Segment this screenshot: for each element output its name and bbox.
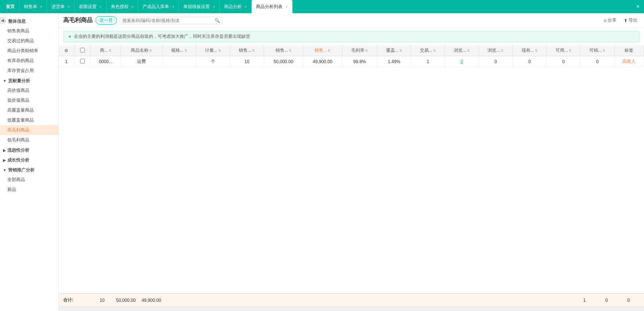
- content-header: 高毛利商品 近一月 🔍 ⎋ 分享 ⬆ 导出: [59, 13, 644, 28]
- cell-browse1[interactable]: 0: [445, 56, 479, 67]
- table-wrapper[interactable]: ⚙ 商... ⇅ 商品名称 ⇅: [59, 45, 644, 293]
- footer-stock2: 0: [618, 298, 640, 303]
- sidebar-group-growth[interactable]: ▶ 成长性分析: [0, 155, 58, 165]
- sidebar-group-trend[interactable]: ▶ 流趋性分析: [0, 145, 58, 155]
- top-nav: 首页 销售单 × 进货单 × 权限设置 × 角色授权 × 产成品入库单 × 单据…: [0, 0, 644, 13]
- nav-tab-permission[interactable]: 权限设置 ×: [75, 0, 107, 13]
- col-unit[interactable]: 计量... ⇅: [196, 45, 230, 56]
- nav-tab-purchase[interactable]: 进货单 ×: [47, 0, 75, 13]
- cell-unit: 个: [196, 56, 230, 67]
- col-settings[interactable]: ⚙: [59, 45, 74, 56]
- row-checkbox[interactable]: [80, 59, 85, 64]
- col-stock2[interactable]: 可用... ⇅: [547, 45, 580, 56]
- sort-icon-stock3: ⇅: [602, 49, 605, 53]
- filter-recent-month[interactable]: 近一月: [96, 16, 117, 25]
- share-button[interactable]: ⎋ 分享: [602, 16, 619, 25]
- sidebar-item-low-value[interactable]: 低价值商品: [0, 95, 58, 105]
- sort-icon-trade: ⇅: [433, 49, 436, 53]
- col-trade[interactable]: 交易... ⇅: [411, 45, 445, 56]
- col-sales3[interactable]: 销售... ⇅: [303, 45, 342, 56]
- export-button[interactable]: ⬆ 导出: [622, 16, 640, 25]
- col-name[interactable]: 商品名称 ⇅: [120, 45, 162, 56]
- col-browse2[interactable]: 浏览... ⇅: [479, 45, 512, 56]
- col-tag[interactable]: 标签: [614, 45, 644, 56]
- cell-browse2: 0: [479, 56, 512, 67]
- nav-tab-role[interactable]: 角色授权 ×: [107, 0, 138, 13]
- table-row[interactable]: 1 0000... 运费 个 10 50,000.00 49,900.00 99…: [59, 56, 644, 67]
- cell-margin: 99.8%: [342, 56, 377, 67]
- sidebar-item-all-goods[interactable]: 全部商品: [0, 175, 58, 185]
- footer-stock1: 0: [596, 298, 618, 303]
- sort-icon-margin: ⇅: [365, 49, 368, 53]
- table-header-row: ⚙ 商... ⇅ 商品名称 ⇅: [59, 45, 644, 56]
- window-close[interactable]: ×: [636, 3, 643, 10]
- sidebar-item-high-margin[interactable]: 高毛利商品: [0, 125, 58, 135]
- sidebar-item-stock-capital[interactable]: 库存资金占用: [0, 66, 58, 76]
- col-stock3[interactable]: 可销... ⇅: [580, 45, 614, 56]
- footer-spacer: [164, 298, 573, 303]
- col-checkbox[interactable]: [74, 45, 91, 56]
- close-tab-analysis-list[interactable]: ×: [285, 5, 288, 9]
- sort-icon-sales2: ⇅: [289, 49, 292, 53]
- cell-sales1: 10: [230, 56, 264, 67]
- cell-code: 0000...: [91, 56, 120, 67]
- sidebar-group-overview[interactable]: ▼ 整体信息: [0, 16, 58, 26]
- sort-icon-code: ⇅: [109, 49, 112, 53]
- sidebar-item-new-goods[interactable]: 新品: [0, 185, 58, 195]
- col-coverage[interactable]: 覆盖... ⇅: [377, 45, 411, 56]
- arrow-icon-growth: ▶: [3, 158, 6, 162]
- horizontal-scrollbar[interactable]: [59, 307, 644, 311]
- footer-totals: 合计: 10 50,000.00 49,900.00 1 0 0: [59, 293, 644, 307]
- search-input[interactable]: [122, 18, 213, 23]
- close-tab-role[interactable]: ×: [132, 5, 134, 9]
- nav-tab-sales[interactable]: 销售单 ×: [19, 0, 47, 13]
- col-code[interactable]: 商... ⇅: [91, 45, 120, 56]
- col-sales2[interactable]: 销售... ⇅: [264, 45, 303, 56]
- col-margin[interactable]: 毛利率 ⇅: [342, 45, 377, 56]
- sort-icon-stock1: ⇅: [535, 49, 538, 53]
- export-icon: ⬆: [624, 18, 627, 23]
- sidebar-item-high-value[interactable]: 高价值商品: [0, 86, 58, 95]
- sort-icon-unit: ⇅: [218, 49, 221, 53]
- cell-trade: 1: [411, 56, 445, 67]
- nav-tab-template[interactable]: 单据模板设置 ×: [179, 0, 220, 13]
- sidebar-item-low-coverage[interactable]: 低覆盖量商品: [0, 115, 58, 125]
- cell-checkbox[interactable]: [74, 56, 91, 67]
- sidebar-group-marketing[interactable]: ▼ 营销推广分析: [0, 165, 58, 175]
- sort-icon-coverage: ⇅: [399, 49, 402, 53]
- col-spec[interactable]: 规格... ⇅: [162, 45, 196, 56]
- close-tab-analysis[interactable]: ×: [245, 5, 247, 9]
- arrow-icon-contribution: ▼: [3, 79, 7, 83]
- footer-cells: 10 50,000.00 49,900.00 1 0 0: [91, 298, 640, 303]
- sidebar-item-high-coverage[interactable]: 高覆盖量商品: [0, 105, 58, 115]
- select-all-checkbox[interactable]: [80, 48, 85, 53]
- cell-spec: [162, 56, 196, 67]
- nav-tab-home[interactable]: 首页: [1, 0, 19, 13]
- col-browse1[interactable]: 浏览... ⇅: [445, 45, 479, 56]
- close-tab-permission[interactable]: ×: [100, 5, 102, 9]
- nav-tab-finished[interactable]: 产成品入库单 ×: [138, 0, 179, 13]
- sidebar-item-low-margin[interactable]: 低毛利商品: [0, 135, 58, 145]
- close-tab-template[interactable]: ×: [213, 5, 215, 9]
- close-tab-finished[interactable]: ×: [172, 5, 174, 9]
- page-title: 高毛利商品: [63, 17, 93, 24]
- close-tab-sales[interactable]: ×: [40, 5, 42, 9]
- search-icon[interactable]: 🔍: [215, 18, 220, 23]
- close-tab-purchase[interactable]: ×: [68, 5, 70, 9]
- sidebar-item-stock-goods[interactable]: 有库存的商品: [0, 56, 58, 66]
- header-actions: ⎋ 分享 ⬆ 导出: [602, 16, 640, 25]
- info-icon: ✦: [68, 34, 72, 39]
- nav-tab-analysis-list[interactable]: 商品分析列表 ×: [252, 0, 292, 13]
- main-layout: ▼ 整体信息 销售类商品 交易过的商品 商品分类助销率 有库存的商品 库存资金占…: [0, 13, 644, 311]
- sidebar-collapse-button[interactable]: ◀: [0, 17, 5, 24]
- sidebar-item-sales-goods[interactable]: 销售类商品: [0, 26, 58, 36]
- sidebar-group-contribution[interactable]: ▼ 贡献量分析: [0, 76, 58, 86]
- cell-name: 运费: [120, 56, 162, 67]
- sort-icon-browse2: ⇅: [501, 49, 504, 53]
- sidebar-item-category-rate[interactable]: 商品分类助销率: [0, 46, 58, 56]
- sidebar-item-traded-goods[interactable]: 交易过的商品: [0, 36, 58, 46]
- col-stock1[interactable]: 现有... ⇅: [512, 45, 546, 56]
- col-sales1[interactable]: 销售... ⇅: [230, 45, 264, 56]
- sort-icon-sales1: ⇅: [252, 49, 255, 53]
- nav-tab-analysis[interactable]: 商品分析 ×: [220, 0, 252, 13]
